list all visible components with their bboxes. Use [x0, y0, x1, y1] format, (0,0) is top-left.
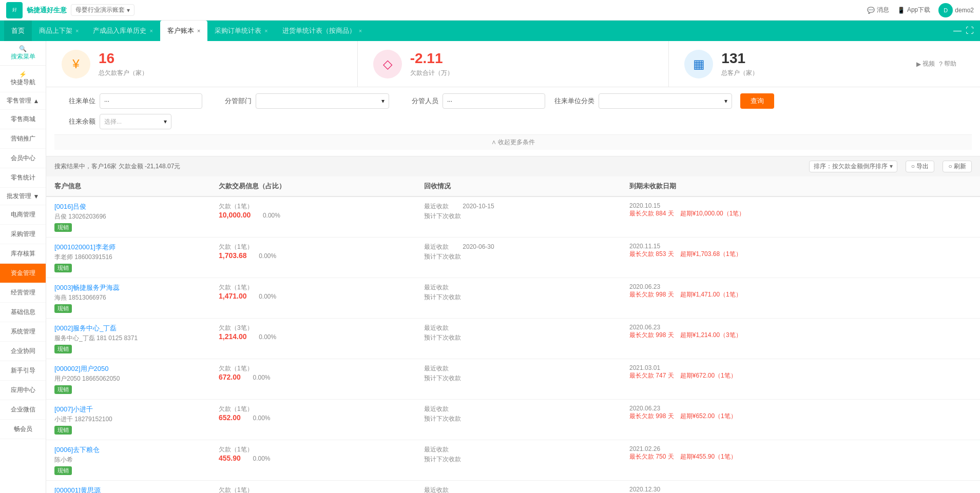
debt-desc: 欠款（1笔）	[219, 243, 424, 251]
stats-bar: ¥ 16 总欠款客户（家） ◇ -2.11 欠款合计（万） ▦	[46, 41, 980, 87]
sidebar-item-retail-mall[interactable]: 零售商城	[0, 110, 46, 129]
table-container: 客户信息 欠款交易信息（占比） 回收情况 到期未收款日期 [0016]吕俊 吕俊…	[46, 176, 980, 493]
store-selector[interactable]: 母婴行业演示账套 ▾	[71, 4, 134, 16]
overdue-date-cell: 2020.12.30 最长欠款 808 天 超期¥429.00（1笔）	[629, 486, 972, 493]
tab-purchase-stats[interactable]: 采购订单统计表 ×	[207, 21, 275, 41]
sidebar-item-retail-stats[interactable]: 零售统计	[0, 168, 46, 188]
filter-category-select[interactable]: ▾	[599, 93, 732, 109]
stat-all-customers: ▦ 131 总客户（家） ▶ 视频 ? 帮助	[669, 41, 980, 87]
message-button[interactable]: 💬 消息	[867, 6, 889, 14]
sidebar-item-wholesale[interactable]: 批发管理 ▼	[0, 188, 46, 205]
debt-amount[interactable]: 1,703.68	[219, 251, 247, 260]
help-button[interactable]: ? 帮助	[939, 60, 956, 68]
avatar: D	[938, 3, 953, 17]
debt-amount[interactable]: 455.90	[219, 454, 241, 462]
sidebar-item-ecommerce[interactable]: 电商管理	[0, 205, 46, 225]
app-download-button[interactable]: 📱 App下载	[897, 6, 930, 14]
sidebar-item-member[interactable]: 会员中心	[0, 149, 46, 168]
payment-info: 最近收款 2020-10-15	[424, 202, 629, 211]
sidebar-item-system[interactable]: 系统管理	[0, 322, 46, 342]
user-menu[interactable]: D demo2	[938, 3, 974, 17]
close-icon[interactable]: ×	[149, 28, 152, 34]
filter-dots: ···	[447, 97, 452, 105]
filter-manager-label: 分管人员	[397, 96, 438, 106]
sidebar-item-quick-nav[interactable]: ⚡ 快捷导航	[0, 66, 46, 92]
close-icon[interactable]: ×	[197, 28, 200, 34]
filter-balance-select[interactable]: 选择... ▾	[100, 114, 171, 129]
debt-amount[interactable]: 1,214.00	[219, 332, 247, 341]
customer-tag: 现销	[54, 345, 72, 353]
table-row: [0001020001]李老师 李老师 18600391516 现销 欠款（1笔…	[46, 238, 980, 278]
sidebar-item-newbie[interactable]: 新手引导	[0, 361, 46, 381]
sidebar-item-wechat[interactable]: 企业微信	[0, 400, 46, 420]
overdue-date: 2020.12.30	[629, 486, 972, 493]
video-button[interactable]: ▶ 视频	[916, 60, 935, 68]
filter-dots: ···	[104, 97, 109, 105]
sidebar-item-purchase[interactable]: 采购管理	[0, 225, 46, 244]
collapse-bar[interactable]: ∧ 收起更多条件	[54, 134, 972, 150]
customer-name-link[interactable]: [000002]用户2050	[54, 365, 109, 372]
sidebar-item-retail-mgmt[interactable]: 零售管理 ▲	[0, 92, 46, 110]
debt-amount[interactable]: 10,000.00	[219, 211, 251, 219]
overdue-date: 2020.06.23	[629, 405, 972, 412]
debt-desc: 欠款（1笔）	[219, 445, 424, 454]
debt-pct: 0.00%	[253, 455, 270, 462]
tab-minimize-icon[interactable]: —	[953, 26, 962, 35]
sidebar-item-app-center[interactable]: 应用中心	[0, 381, 46, 400]
overdue-amount[interactable]: 超期¥672.00（1笔）	[680, 372, 737, 379]
overdue-date-cell: 2020.11.15 最长欠款 853 天 超期¥1,703.68（1笔）	[629, 243, 972, 259]
chevron-down-icon: ▾	[890, 163, 893, 170]
tab-goods[interactable]: 商品上下架 ×	[32, 21, 86, 41]
sidebar-item-enterprise-collab[interactable]: 企业协同	[0, 342, 46, 361]
overdue-amount[interactable]: 超期¥10,000.00（1笔）	[680, 210, 745, 217]
overdue-amount[interactable]: 超期¥1,214.00（3笔）	[680, 331, 742, 339]
debt-amount[interactable]: 672.00	[219, 373, 241, 381]
overdue-days: 最长欠款 998 天	[629, 412, 680, 420]
close-icon[interactable]: ×	[75, 28, 79, 34]
tab-home[interactable]: 首页	[4, 21, 32, 41]
sidebar-search[interactable]: 🔍 搜索菜单	[0, 41, 46, 66]
query-button[interactable]: 查询	[740, 93, 774, 109]
table-row: [0002]服务中心_丁磊 服务中心_丁磊 181 0125 8371 现销 欠…	[46, 319, 980, 359]
customer-name-link[interactable]: [0006]去下粮仓	[54, 446, 100, 453]
debt-amount[interactable]: 652.00	[219, 413, 241, 422]
customer-name-link[interactable]: [000001]黄思源	[54, 486, 101, 493]
filter-customer-unit-input[interactable]: ···	[100, 93, 202, 109]
overdue-amount[interactable]: 超期¥1,471.00（1笔）	[680, 291, 742, 298]
sort-select[interactable]: 排序：按欠款金额倒序排序 ▾	[809, 161, 897, 172]
overdue-amount[interactable]: 超期¥652.00（1笔）	[680, 412, 737, 420]
tab-customer-account[interactable]: 客户账本 ×	[160, 21, 207, 41]
tab-actions: — ⛶	[953, 26, 980, 35]
customer-name-link[interactable]: [0003]畅捷服务尹海蕊	[54, 284, 120, 291]
sidebar-item-marketing[interactable]: 营销推广	[0, 129, 46, 149]
tab-expand-icon[interactable]: ⛶	[966, 26, 974, 35]
customer-name-link[interactable]: [0007]小进千	[54, 405, 93, 413]
tab-goods-stats[interactable]: 进货单统计表（按商品） ×	[275, 21, 369, 41]
chevron-down-icon: ▾	[127, 7, 130, 14]
sidebar-item-inventory[interactable]: 库存核算	[0, 244, 46, 264]
sidebar-item-operations[interactable]: 经营管理	[0, 283, 46, 303]
sidebar-item-member-club[interactable]: 畅会员	[0, 420, 46, 439]
customer-name-link[interactable]: [0016]吕俊	[54, 203, 86, 210]
overdue-amount[interactable]: 超期¥1,703.68（1笔）	[680, 250, 742, 258]
debt-total-label: 欠款合计（万）	[410, 69, 654, 77]
payment-status-cell: 最近收款 预计下次收款	[424, 364, 629, 383]
customer-name-link[interactable]: [0002]服务中心_丁磊	[54, 324, 117, 332]
customer-name-link[interactable]: [0001020001]李老师	[54, 243, 116, 251]
customer-info-cell: [000001]黄思源 黄思源 13552700226 现销	[54, 486, 219, 493]
sidebar-item-finance[interactable]: 资金管理	[0, 264, 46, 283]
close-icon[interactable]: ×	[264, 28, 267, 34]
debt-pct: 0.00%	[253, 415, 270, 422]
debt-desc: 欠款（1笔）	[219, 283, 424, 292]
overdue-amount[interactable]: 超期¥455.90（1笔）	[680, 453, 737, 460]
refresh-button[interactable]: ○ 刷新	[943, 161, 972, 172]
debt-amount[interactable]: 1,471.00	[219, 292, 247, 300]
filter-dept-select[interactable]: ▾	[256, 93, 389, 109]
sidebar-item-basic-info[interactable]: 基础信息	[0, 303, 46, 322]
filter-manager-input[interactable]: ···	[443, 93, 545, 109]
tab-product-history[interactable]: 产成品入库单历史 ×	[86, 21, 160, 41]
customer-phone: 李老师 18600391516	[54, 253, 219, 262]
close-icon[interactable]: ×	[359, 28, 362, 34]
customer-phone: 海燕 18513066976	[54, 293, 219, 302]
export-button[interactable]: ○ 导出	[906, 161, 935, 172]
